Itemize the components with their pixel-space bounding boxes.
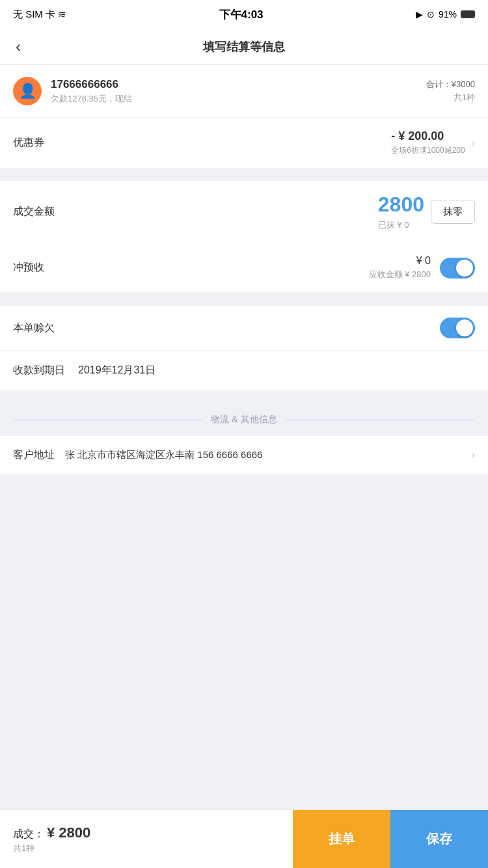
prepay-value-area: ¥ 0 应收金额 ¥ 2800: [369, 255, 431, 280]
total-prefix: 合计：: [426, 79, 452, 89]
coupon-chevron: ›: [472, 137, 475, 149]
total-value: ¥3000: [452, 79, 475, 89]
status-left: 无 SIM 卡 ≋: [13, 8, 66, 21]
save-button[interactable]: 保存: [390, 810, 488, 869]
avatar-icon: 👤: [19, 83, 36, 100]
user-phone: 17666666666: [51, 78, 132, 91]
battery-icon: [461, 10, 475, 18]
main-content: 👤 17666666666 欠款1276.35元，现结 合计：¥3000 共1种…: [0, 65, 488, 676]
total-count: 共1种: [426, 92, 475, 103]
coupon-value: - ¥ 200.00: [391, 129, 465, 143]
empty-area: [0, 481, 488, 611]
amount-number: 2800: [378, 193, 424, 217]
amount-right: 2800 已抹 ¥ 0 抹零: [378, 193, 475, 231]
prepay-label: 冲预收: [13, 261, 44, 275]
footer-amount: ¥ 2800: [47, 824, 90, 841]
address-value: 张 北京市市辖区海淀区永丰南 156 6666 6666: [65, 448, 461, 463]
section-divider-3: [0, 397, 488, 403]
footer-count: 共1种: [13, 843, 280, 854]
debit-card: 本单赊欠 收款到期日 2019年12月31日: [0, 305, 488, 390]
amount-row: 成交金额 2800 已抹 ¥ 0 抹零: [0, 181, 488, 243]
prepay-amount: ¥ 0: [369, 255, 431, 267]
amount-card: 成交金额 2800 已抹 ¥ 0 抹零 冲预收 ¥ 0 应收金额 ¥ 2800: [0, 181, 488, 292]
prepay-right: ¥ 0 应收金额 ¥ 2800: [369, 255, 475, 280]
debit-right: [440, 318, 475, 338]
coupon-row[interactable]: 优惠券 - ¥ 200.00 全场6折满1000减200 ›: [0, 117, 488, 168]
logistics-label: 物流 & 其他信息: [211, 414, 277, 426]
footer-info: 成交： ¥ 2800 共1种: [0, 824, 293, 854]
address-chevron: ›: [472, 449, 475, 461]
due-date-label: 收款到期日: [13, 364, 65, 377]
coupon-value-area: - ¥ 200.00 全场6折满1000减200: [391, 129, 465, 156]
status-time: 下午4:03: [219, 7, 264, 22]
prepay-row: 冲预收 ¥ 0 应收金额 ¥ 2800: [0, 243, 488, 292]
status-right: ▶ ⊙ 91%: [416, 9, 475, 20]
nav-bar: ‹ 填写结算等信息: [0, 29, 488, 65]
hang-button[interactable]: 挂单: [293, 810, 390, 869]
amount-value-area: 2800 已抹 ¥ 0: [378, 193, 424, 231]
coupon-right: - ¥ 200.00 全场6折满1000减200 ›: [391, 129, 475, 156]
avatar: 👤: [13, 77, 42, 105]
divider-line-right: [285, 420, 475, 420]
location-icon: ▶: [416, 9, 423, 20]
user-info: 17666666666 欠款1276.35元，现结: [51, 78, 132, 105]
sim-signal: 无 SIM 卡 ≋: [13, 8, 66, 21]
address-row[interactable]: 客户地址 张 北京市市辖区海淀区永丰南 156 6666 6666 ›: [0, 436, 488, 474]
logistics-divider: 物流 & 其他信息: [0, 403, 488, 436]
footer-deal-label: 成交：: [13, 828, 44, 841]
due-date-row: 收款到期日 2019年12月31日: [0, 350, 488, 390]
section-divider-1: [0, 174, 488, 181]
prepay-sub: 应收金额 ¥ 2800: [369, 269, 431, 280]
divider-line-left: [13, 420, 203, 420]
alarm-icon: ⊙: [427, 9, 435, 20]
status-bar: 无 SIM 卡 ≋ 下午4:03 ▶ ⊙ 91%: [0, 0, 488, 29]
user-row: 👤 17666666666 欠款1276.35元，现结 合计：¥3000 共1种: [0, 65, 488, 117]
battery-label: 91%: [439, 9, 457, 20]
address-label: 客户地址: [13, 448, 55, 462]
debit-row: 本单赊欠: [0, 305, 488, 350]
debit-label: 本单赊欠: [13, 321, 55, 335]
user-left: 👤 17666666666 欠款1276.35元，现结: [13, 77, 132, 105]
due-date-value: 2019年12月31日: [78, 364, 156, 377]
user-card: 👤 17666666666 欠款1276.35元，现结 合计：¥3000 共1种…: [0, 65, 488, 168]
total-label: 合计：¥3000: [426, 79, 475, 90]
section-divider-2: [0, 299, 488, 305]
debit-toggle[interactable]: [440, 318, 475, 338]
amount-label: 成交金额: [13, 205, 55, 219]
coupon-label: 优惠券: [13, 136, 44, 150]
page-title: 填写结算等信息: [203, 39, 285, 55]
back-button[interactable]: ‹: [10, 33, 26, 61]
user-sub-text: 欠款1276.35元，现结: [51, 93, 132, 105]
prepay-toggle[interactable]: [440, 258, 475, 278]
footer: 成交： ¥ 2800 共1种 挂单 保存: [0, 809, 488, 868]
user-right: 合计：¥3000 共1种: [426, 79, 475, 103]
amount-sub: 已抹 ¥ 0: [378, 219, 424, 231]
footer-deal-row: 成交： ¥ 2800: [13, 824, 280, 841]
round-button[interactable]: 抹零: [431, 200, 475, 224]
coupon-sub: 全场6折满1000减200: [391, 145, 465, 156]
